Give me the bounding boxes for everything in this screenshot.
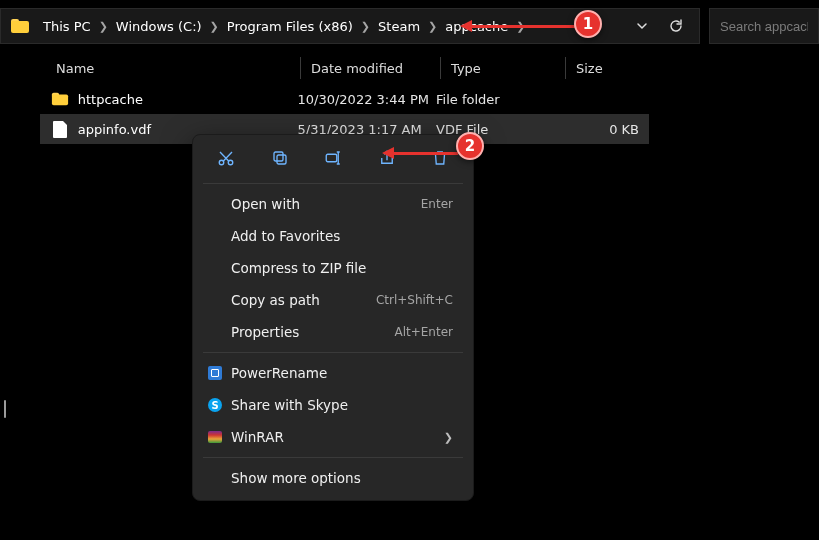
menu-item-label: Open with: [231, 196, 300, 212]
svg-point-0: [219, 160, 224, 165]
menu-item-accelerator: Ctrl+Shift+C: [376, 293, 453, 307]
chevron-right-icon: ❯: [444, 431, 453, 444]
context-menu: Open with Enter Add to Favorites Compres…: [192, 134, 474, 501]
menu-item-label: Compress to ZIP file: [231, 260, 366, 276]
menu-item-properties[interactable]: Properties Alt+Enter: [199, 316, 467, 348]
chevron-right-icon[interactable]: ❯: [99, 20, 108, 33]
svg-rect-3: [274, 152, 283, 161]
menu-item-label: Share with Skype: [231, 397, 348, 413]
menu-item-label: WinRAR: [231, 429, 284, 445]
svg-rect-2: [277, 155, 286, 164]
winrar-icon: [207, 429, 223, 445]
column-headers: Name Date modified Type Size: [40, 54, 819, 82]
menu-item-copy-path[interactable]: Copy as path Ctrl+Shift+C: [199, 284, 467, 316]
file-name: httpcache: [72, 92, 298, 107]
menu-item-add-favorites[interactable]: Add to Favorites: [199, 220, 467, 252]
menu-item-label: Copy as path: [231, 292, 320, 308]
search-box[interactable]: [709, 8, 819, 44]
column-header-size[interactable]: Size: [565, 57, 655, 79]
menu-item-winrar[interactable]: WinRAR ❯: [199, 421, 467, 453]
annotation-arrow-head: [460, 20, 472, 32]
column-header-name[interactable]: Name: [40, 61, 300, 76]
menu-item-powerrename[interactable]: PowerRename: [199, 357, 467, 389]
svg-rect-4: [326, 154, 337, 162]
menu-item-label: PowerRename: [231, 365, 327, 381]
menu-item-label: Properties: [231, 324, 299, 340]
column-header-date[interactable]: Date modified: [300, 57, 440, 79]
file-icon: [48, 121, 72, 138]
menu-item-label: Show more options: [231, 470, 361, 486]
delete-icon[interactable]: [429, 147, 451, 169]
skype-icon: S: [207, 397, 223, 413]
menu-item-accelerator: Enter: [421, 197, 453, 211]
separator: [203, 457, 463, 458]
annotation-arrow: [392, 152, 458, 155]
refresh-button[interactable]: [667, 17, 685, 35]
cut-icon[interactable]: [215, 147, 237, 169]
annotation-arrow: [470, 25, 576, 28]
folder-icon: [48, 92, 72, 106]
file-size: 0 KB: [560, 122, 649, 137]
column-header-type[interactable]: Type: [440, 57, 565, 79]
file-type: File folder: [436, 92, 560, 107]
menu-item-accelerator: Alt+Enter: [394, 325, 453, 339]
svg-point-1: [228, 160, 233, 165]
annotation-badge-1: 1: [574, 10, 602, 38]
copy-icon[interactable]: [269, 147, 291, 169]
menu-item-skype[interactable]: S Share with Skype: [199, 389, 467, 421]
breadcrumb-item[interactable]: Windows (C:): [112, 17, 206, 36]
menu-item-label: Add to Favorites: [231, 228, 340, 244]
annotation-arrow-head: [382, 147, 394, 159]
file-date: 10/30/2022 3:44 PM: [298, 92, 437, 107]
search-input[interactable]: [720, 19, 808, 34]
menu-item-show-more[interactable]: Show more options: [199, 462, 467, 494]
separator: [203, 352, 463, 353]
breadcrumb-item[interactable]: This PC: [39, 17, 95, 36]
powerrename-icon: [207, 365, 223, 381]
history-dropdown-button[interactable]: [633, 17, 651, 35]
chevron-right-icon[interactable]: ❯: [361, 20, 370, 33]
annotation-badge-2: 2: [456, 132, 484, 160]
breadcrumb-item[interactable]: Program Files (x86): [223, 17, 357, 36]
menu-item-open-with[interactable]: Open with Enter: [199, 188, 467, 220]
sidebar: [0, 54, 30, 540]
chevron-right-icon[interactable]: ❯: [428, 20, 437, 33]
chevron-right-icon[interactable]: ❯: [210, 20, 219, 33]
menu-item-compress-zip[interactable]: Compress to ZIP file: [199, 252, 467, 284]
table-row[interactable]: httpcache 10/30/2022 3:44 PM File folder: [40, 84, 649, 114]
breadcrumb-item[interactable]: Steam: [374, 17, 424, 36]
folder-icon: [11, 19, 29, 33]
separator: [203, 183, 463, 184]
rename-icon[interactable]: [322, 147, 344, 169]
